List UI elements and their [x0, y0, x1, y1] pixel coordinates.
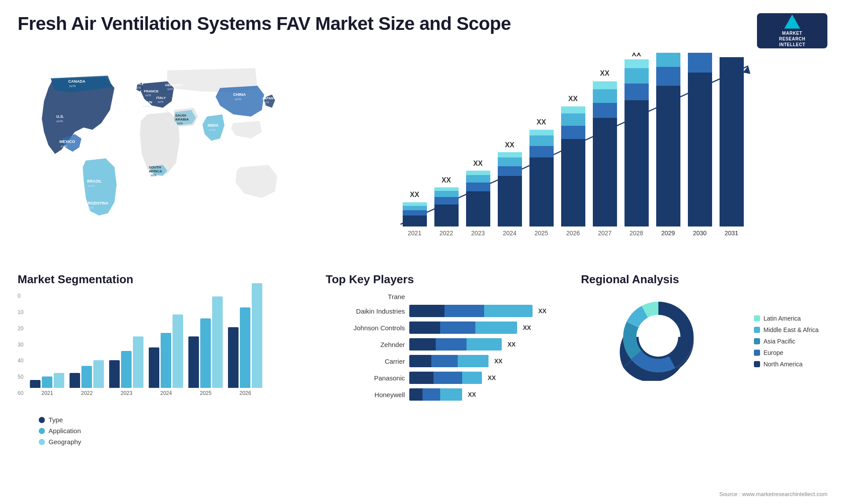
svg-text:XX: XX [568, 95, 578, 102]
svg-text:GERMANY: GERMANY [165, 83, 184, 87]
svg-rect-52 [498, 176, 522, 226]
regional-legend-na: North America [754, 361, 819, 368]
regional-legend: Latin America Middle East & Africa Asia … [754, 315, 819, 368]
player-bar-container-carrier: XX [409, 355, 563, 367]
player-name-carrier: Carrier [326, 358, 405, 365]
player-row-honeywell: Honeywell XX [326, 388, 563, 401]
svg-rect-34 [403, 215, 427, 226]
seg-bar-2024: 2024 [149, 314, 183, 396]
key-players-title: Top Key Players [326, 273, 563, 286]
player-bar-container-daikin: XX [409, 305, 563, 317]
svg-rect-78 [625, 68, 649, 84]
bar-chart-section: XX 2021 XX 2022 XX 2023 [299, 53, 827, 273]
svg-point-100 [639, 317, 678, 357]
svg-rect-37 [403, 202, 427, 206]
seg-bars-and-legend: 2021 2022 [30, 293, 262, 446]
svg-rect-46 [466, 191, 490, 226]
main-content: CANADA xx% U.S. xx% MEXICO xx% BRAZIL xx… [0, 53, 845, 440]
svg-rect-72 [593, 89, 617, 103]
seg-legend-application: Application [39, 427, 262, 435]
player-name-trane: Trane [326, 293, 405, 300]
svg-text:2025: 2025 [534, 230, 548, 237]
market-segmentation-section: Market Segmentation 60 50 40 30 20 10 0 [18, 273, 299, 440]
header: Fresh Air Ventilation Systems FAV Market… [0, 0, 845, 53]
svg-rect-47 [466, 183, 490, 191]
svg-text:CHINA: CHINA [233, 92, 246, 97]
svg-rect-73 [593, 81, 617, 89]
svg-rect-76 [625, 100, 649, 226]
seg-y-axis: 60 50 40 30 20 10 0 [18, 293, 26, 407]
svg-rect-86 [688, 73, 712, 226]
svg-text:SPAIN: SPAIN [142, 100, 152, 104]
svg-rect-71 [593, 103, 617, 118]
seg-legend-geography: Geography [39, 438, 262, 446]
svg-rect-79 [625, 59, 649, 68]
player-bar-daikin [409, 305, 533, 317]
player-bar-johnson [409, 321, 517, 334]
svg-text:2031: 2031 [724, 230, 738, 237]
player-row-trane: Trane [326, 293, 563, 300]
svg-text:xx%: xx% [61, 144, 67, 148]
svg-text:2030: 2030 [693, 230, 706, 237]
svg-text:XX: XX [441, 176, 451, 184]
svg-text:xx%: xx% [235, 97, 241, 101]
svg-rect-84 [656, 53, 680, 67]
svg-text:xx%: xx% [135, 86, 141, 89]
svg-text:xx%: xx% [151, 174, 156, 177]
svg-text:XX: XX [632, 53, 641, 58]
svg-text:xx%: xx% [143, 105, 149, 108]
svg-text:CANADA: CANADA [68, 79, 85, 84]
regional-analysis-section: Regional Analysis [572, 273, 827, 440]
player-name-johnson: Johnson Controls [326, 324, 405, 332]
player-row-zehnder: Zehnder XX [326, 338, 563, 351]
seg-bar-2023: 2023 [109, 336, 143, 396]
donut-svg [614, 293, 702, 381]
svg-text:2028: 2028 [629, 230, 643, 237]
map-section: CANADA xx% U.S. xx% MEXICO xx% BRAZIL xx… [18, 53, 299, 273]
svg-text:xx%: xx% [263, 101, 269, 104]
svg-text:MEXICO: MEXICO [59, 139, 75, 144]
svg-rect-49 [466, 171, 490, 175]
donut-chart [614, 293, 711, 390]
player-bar-container-panasonic: XX [409, 372, 563, 384]
svg-rect-42 [434, 191, 459, 197]
page-title: Fresh Air Ventilation Systems FAV Market… [18, 13, 511, 34]
svg-rect-54 [498, 157, 522, 166]
player-name-panasonic: Panasonic [326, 374, 405, 382]
player-bar-carrier [409, 355, 489, 367]
svg-text:2029: 2029 [661, 230, 675, 237]
player-bar-container-zehnder: XX [409, 338, 563, 351]
svg-text:JAPAN: JAPAN [262, 96, 274, 100]
player-bar-container-honeywell: XX [409, 388, 563, 401]
application-legend-dot [39, 428, 45, 434]
svg-text:XX: XX [410, 191, 419, 198]
seg-bar-2021: 2021 [30, 373, 64, 396]
bar-chart-svg: XX 2021 XX 2022 XX 2023 [317, 53, 827, 255]
svg-rect-89 [720, 57, 744, 226]
player-row-panasonic: Panasonic XX [326, 372, 563, 384]
segmentation-content: 60 50 40 30 20 10 0 2021 [18, 293, 299, 446]
player-bar-container-johnson: XX [409, 321, 563, 334]
svg-rect-64 [561, 139, 585, 226]
svg-text:ARGENTINA: ARGENTINA [85, 201, 109, 205]
logo-icon [784, 15, 800, 29]
player-bar-panasonic [409, 372, 482, 384]
svg-rect-40 [434, 205, 459, 226]
regional-legend-mea: Middle East & Africa [754, 326, 819, 333]
seg-bar-2025: 2025 [188, 296, 223, 396]
svg-text:xx%: xx% [209, 128, 216, 132]
svg-text:xx%: xx% [69, 84, 76, 88]
svg-text:INDIA: INDIA [208, 123, 219, 128]
geography-legend-dot [39, 439, 45, 445]
svg-rect-53 [498, 166, 522, 176]
svg-text:XX: XX [473, 160, 483, 167]
player-bar-honeywell [409, 388, 462, 401]
svg-text:2021: 2021 [408, 230, 421, 237]
svg-rect-70 [593, 118, 617, 226]
svg-text:2022: 2022 [439, 230, 453, 237]
svg-text:U.S.: U.S. [56, 114, 64, 119]
regional-legend-europe: Europe [754, 349, 819, 356]
bottom-right: Top Key Players Trane Daikin Industries … [299, 273, 827, 440]
world-map: CANADA xx% U.S. xx% MEXICO xx% BRAZIL xx… [18, 53, 299, 255]
svg-rect-48 [466, 175, 490, 183]
